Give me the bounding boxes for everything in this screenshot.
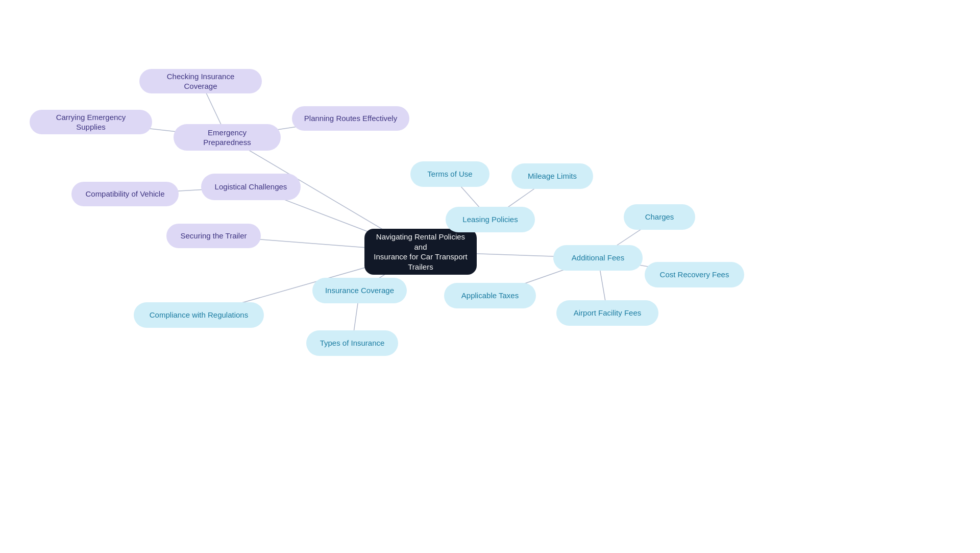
- planning-routes-node: Planning Routes Effectively: [292, 106, 409, 131]
- securing-trailer-node: Securing the Trailer: [166, 224, 261, 248]
- leasing-policies-node: Leasing Policies: [446, 207, 535, 232]
- compatibility-vehicle-label: Compatibility of Vehicle: [85, 189, 164, 199]
- mileage-limits-label: Mileage Limits: [528, 171, 577, 181]
- types-of-insurance-node: Types of Insurance: [306, 330, 398, 356]
- compliance-regulations-label: Compliance with Regulations: [150, 310, 248, 320]
- insurance-coverage-node: Insurance Coverage: [312, 278, 407, 303]
- compatibility-vehicle-node: Compatibility of Vehicle: [71, 182, 179, 206]
- mileage-limits-node: Mileage Limits: [511, 163, 593, 189]
- planning-routes-label: Planning Routes Effectively: [304, 113, 397, 124]
- logistical-challenges-label: Logistical Challenges: [215, 182, 287, 192]
- securing-trailer-label: Securing the Trailer: [180, 231, 247, 241]
- checking-insurance-label: Checking Insurance Coverage: [151, 71, 251, 91]
- cost-recovery-fees-label: Cost Recovery Fees: [660, 270, 729, 280]
- charges-node: Charges: [624, 204, 695, 230]
- insurance-coverage-label: Insurance Coverage: [325, 285, 394, 296]
- compliance-regulations-node: Compliance with Regulations: [134, 302, 264, 328]
- airport-facility-fees-node: Airport Facility Fees: [556, 300, 658, 326]
- carrying-supplies-label: Carrying Emergency Supplies: [41, 112, 141, 132]
- applicable-taxes-node: Applicable Taxes: [444, 283, 536, 308]
- charges-label: Charges: [645, 212, 674, 222]
- additional-fees-label: Additional Fees: [572, 253, 624, 263]
- center-label: Navigating Rental Policies and Insurance…: [374, 232, 468, 272]
- types-of-insurance-label: Types of Insurance: [320, 338, 385, 348]
- carrying-supplies-node: Carrying Emergency Supplies: [30, 110, 152, 134]
- applicable-taxes-label: Applicable Taxes: [461, 291, 519, 301]
- terms-of-use-label: Terms of Use: [427, 169, 472, 179]
- emergency-preparedness-node: Emergency Preparedness: [174, 124, 281, 151]
- additional-fees-node: Additional Fees: [553, 245, 643, 271]
- checking-insurance-node: Checking Insurance Coverage: [139, 69, 262, 93]
- leasing-policies-label: Leasing Policies: [462, 214, 518, 225]
- cost-recovery-fees-node: Cost Recovery Fees: [645, 262, 744, 287]
- logistical-challenges-node: Logistical Challenges: [201, 174, 301, 200]
- terms-of-use-node: Terms of Use: [410, 161, 489, 187]
- airport-facility-fees-label: Airport Facility Fees: [574, 308, 642, 318]
- emergency-prep-label: Emergency Preparedness: [185, 128, 270, 148]
- center-node: Navigating Rental Policies and Insurance…: [364, 229, 477, 275]
